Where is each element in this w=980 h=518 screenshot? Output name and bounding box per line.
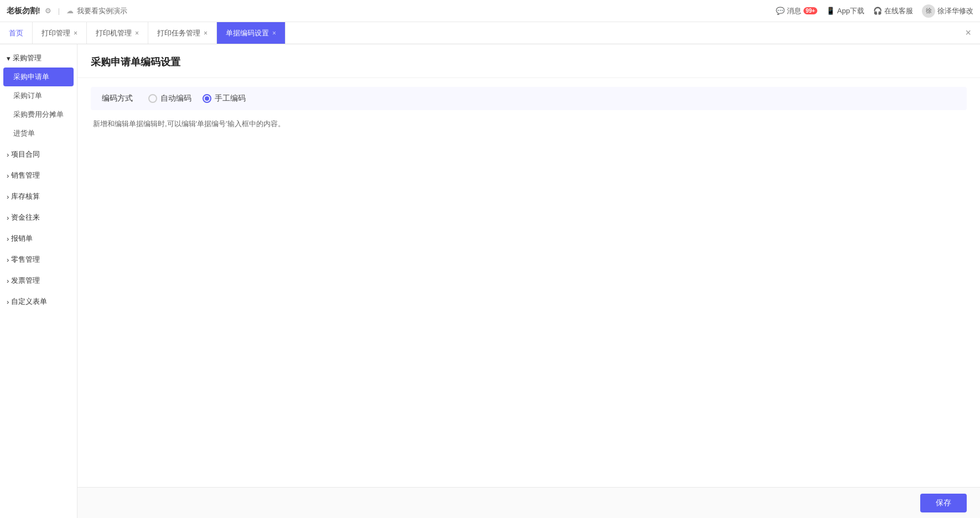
sidebar-section-retail-manage-label: 零售管理 xyxy=(11,255,40,265)
sidebar-section-custom-form-label: 自定义表单 xyxy=(11,297,47,307)
sidebar-section-fund-flow: › 资金往来 xyxy=(0,208,77,227)
cloud-icon: ☁ xyxy=(66,7,74,15)
content-area: 采购申请单编码设置 编码方式 自动编码 手工编码 xyxy=(77,44,980,518)
message-icon: 💬 xyxy=(776,7,785,15)
online-service-button[interactable]: 🎧 在线客服 xyxy=(873,6,913,16)
message-label: 消息 xyxy=(787,6,801,16)
top-bar-right: 💬 消息 99+ 📱 App下载 🎧 在线客服 徐 徐泽华修改 xyxy=(776,4,973,18)
tab-print-manage-close[interactable]: × xyxy=(74,29,77,37)
sidebar-section-purchase-header[interactable]: ▾ 采购管理 xyxy=(0,49,77,68)
app-logo: 老板勿割! xyxy=(7,6,40,16)
close-all-tabs-button[interactable]: × xyxy=(963,25,973,41)
message-button[interactable]: 💬 消息 99+ xyxy=(776,6,817,16)
sales-manage-arrow-icon: › xyxy=(7,172,9,180)
sidebar-item-purchase-expense-label: 采购费用分摊单 xyxy=(13,110,64,118)
fund-flow-arrow-icon: › xyxy=(7,214,9,222)
sidebar-section-sales-manage-label: 销售管理 xyxy=(11,170,40,180)
sidebar-section-retail-manage-header[interactable]: › 零售管理 xyxy=(0,250,77,269)
top-bar-left: 老板勿割! ⚙ | ☁ 我要看实例演示 xyxy=(7,6,127,16)
sidebar-section-inventory-label: 库存核算 xyxy=(11,191,40,201)
radio-manual[interactable]: 手工编码 xyxy=(203,94,246,103)
tab-bar-actions: × xyxy=(963,22,980,44)
sidebar-section-inventory-header[interactable]: › 库存核算 xyxy=(0,187,77,206)
sidebar-section-invoice-manage-label: 发票管理 xyxy=(11,276,40,286)
tab-home[interactable]: 首页 xyxy=(0,22,33,44)
sidebar-item-purchase-order-label: 采购订单 xyxy=(13,91,42,100)
radio-auto-circle xyxy=(148,94,157,103)
radio-group: 自动编码 手工编码 xyxy=(148,94,246,103)
user-profile-button[interactable]: 徐 徐泽华修改 xyxy=(922,4,973,18)
sidebar-section-fund-flow-label: 资金往来 xyxy=(11,213,40,222)
tab-print-task[interactable]: 打印任务管理 × xyxy=(148,22,217,44)
sidebar-section-invoice-manage: › 发票管理 xyxy=(0,271,77,290)
sidebar-section-retail-manage: › 零售管理 xyxy=(0,250,77,269)
sidebar-section-custom-form-header[interactable]: › 自定义表单 xyxy=(0,292,77,311)
sidebar-item-purchase-expense[interactable]: 采购费用分摊单 xyxy=(0,105,77,124)
sidebar-item-purchase-request-label: 采购申请单 xyxy=(13,72,49,81)
tab-single-code-setting[interactable]: 单据编码设置 × xyxy=(217,22,286,44)
page-body: 编码方式 自动编码 手工编码 新增和编辑单据编辑时,可以编辑'单据编号'输入框中… xyxy=(77,78,980,487)
tab-print-task-close[interactable]: × xyxy=(204,29,208,37)
user-name: 徐泽华修改 xyxy=(937,6,973,16)
radio-manual-label: 手工编码 xyxy=(215,94,246,103)
returns-arrow-icon: › xyxy=(7,235,9,243)
project-contract-arrow-icon: › xyxy=(7,151,9,159)
sidebar-item-stock-in-label: 进货单 xyxy=(13,129,35,137)
sidebar-section-inventory: › 库存核算 xyxy=(0,187,77,206)
sidebar-section-purchase: ▾ 采购管理 采购申请单 采购订单 采购费用分摊单 进货单 xyxy=(0,49,77,143)
page-footer: 保存 xyxy=(77,487,980,518)
sidebar-section-invoice-manage-header[interactable]: › 发票管理 xyxy=(0,271,77,290)
app-icon: 📱 xyxy=(826,7,835,15)
avatar: 徐 xyxy=(922,4,935,18)
retail-manage-arrow-icon: › xyxy=(7,256,9,264)
sidebar-section-sales-manage: › 销售管理 xyxy=(0,166,77,185)
sidebar-section-project-contract: › 项目合同 xyxy=(0,145,77,164)
sidebar-item-purchase-request[interactable]: 采购申请单 xyxy=(3,68,74,86)
sidebar-section-returns-header[interactable]: › 报销单 xyxy=(0,229,77,248)
coding-label: 编码方式 xyxy=(102,94,135,103)
tab-single-code-setting-label: 单据编码设置 xyxy=(226,28,269,38)
page-title: 采购申请单编码设置 xyxy=(77,44,980,78)
app-download-label: App下载 xyxy=(837,6,864,16)
sidebar-section-purchase-label: 采购管理 xyxy=(13,53,42,63)
app-download-button[interactable]: 📱 App下载 xyxy=(826,6,864,16)
sidebar-item-purchase-order[interactable]: 采购订单 xyxy=(0,86,77,105)
sidebar: ▾ 采购管理 采购申请单 采购订单 采购费用分摊单 进货单 › 项目合同 xyxy=(0,44,77,518)
service-icon: 🎧 xyxy=(873,7,882,15)
service-label: 在线客服 xyxy=(884,6,913,16)
radio-auto-label: 自动编码 xyxy=(160,94,191,103)
tab-print-manage[interactable]: 打印管理 × xyxy=(33,22,87,44)
tab-home-label: 首页 xyxy=(9,28,23,38)
coding-hint: 新增和编辑单据编辑时,可以编辑'单据编号'输入框中的内容。 xyxy=(91,119,967,129)
sidebar-section-project-contract-label: 项目合同 xyxy=(11,149,40,159)
sidebar-item-stock-in[interactable]: 进货单 xyxy=(0,124,77,143)
cloud-hint[interactable]: ☁ 我要看实例演示 xyxy=(66,6,127,16)
tab-printer-manage-close[interactable]: × xyxy=(135,29,139,37)
tab-printer-manage-label: 打印机管理 xyxy=(96,28,132,38)
coding-section: 编码方式 自动编码 手工编码 新增和编辑单据编辑时,可以编辑'单据编号'输入框中… xyxy=(77,78,980,138)
sidebar-section-returns: › 报销单 xyxy=(0,229,77,248)
save-button[interactable]: 保存 xyxy=(920,494,967,512)
custom-form-arrow-icon: › xyxy=(7,298,9,306)
tab-printer-manage[interactable]: 打印机管理 × xyxy=(87,22,148,44)
inventory-arrow-icon: › xyxy=(7,193,9,201)
sidebar-section-custom-form: › 自定义表单 xyxy=(0,292,77,311)
sidebar-section-sales-manage-header[interactable]: › 销售管理 xyxy=(0,166,77,185)
tab-print-task-label: 打印任务管理 xyxy=(157,28,200,38)
radio-manual-circle xyxy=(203,94,211,103)
invoice-manage-arrow-icon: › xyxy=(7,277,9,285)
message-badge: 99+ xyxy=(803,7,817,14)
tab-print-manage-label: 打印管理 xyxy=(42,28,70,38)
radio-auto[interactable]: 自动编码 xyxy=(148,94,191,103)
tab-single-code-setting-close[interactable]: × xyxy=(272,29,276,37)
coding-row: 编码方式 自动编码 手工编码 xyxy=(91,87,967,110)
tab-bar: 首页 打印管理 × 打印机管理 × 打印任务管理 × 单据编码设置 × × xyxy=(0,22,980,44)
settings-icon[interactable]: ⚙ xyxy=(45,7,51,15)
purchase-arrow-icon: ▾ xyxy=(7,54,11,63)
main-layout: ▾ 采购管理 采购申请单 采购订单 采购费用分摊单 进货单 › 项目合同 xyxy=(0,44,980,518)
sidebar-section-project-contract-header[interactable]: › 项目合同 xyxy=(0,145,77,164)
sidebar-section-fund-flow-header[interactable]: › 资金往来 xyxy=(0,208,77,227)
sidebar-section-returns-label: 报销单 xyxy=(11,234,33,244)
top-bar: 老板勿割! ⚙ | ☁ 我要看实例演示 💬 消息 99+ 📱 App下载 🎧 在… xyxy=(0,0,980,22)
